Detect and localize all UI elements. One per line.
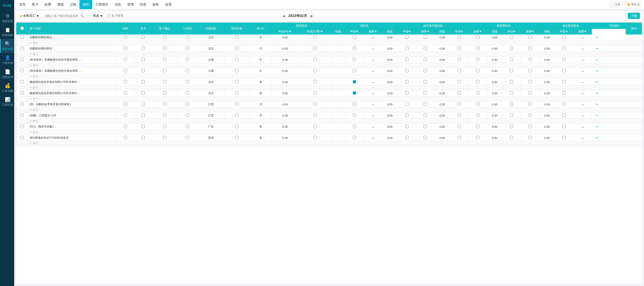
vat-apply-checkbox[interactable] xyxy=(353,47,356,50)
cell-edit[interactable]: ✏ xyxy=(592,46,602,52)
th-city-pay[interactable]: 缴费▼ xyxy=(416,29,435,34)
fin-check-checkbox[interactable] xyxy=(313,102,317,106)
search-input[interactable] xyxy=(45,14,80,18)
nav-service[interactable]: 服务 xyxy=(149,0,162,9)
chaoshui-checkbox[interactable] xyxy=(124,91,127,95)
cell-check[interactable] xyxy=(16,46,28,52)
edu-apply-checkbox[interactable] xyxy=(458,35,461,39)
cell-check[interactable] xyxy=(16,135,28,141)
cell-check[interactable] xyxy=(16,79,28,85)
chaoshui-checkbox[interactable] xyxy=(124,47,127,50)
nav-message[interactable]: 消息 xyxy=(111,0,124,9)
city-apply-checkbox[interactable] xyxy=(405,136,408,139)
city-apply-checkbox[interactable] xyxy=(405,80,408,83)
stamp-apply-checkbox[interactable] xyxy=(562,80,565,83)
cell-edit[interactable]: ✏ xyxy=(592,124,602,130)
edu-pay-checkbox[interactable] xyxy=(476,91,479,95)
local-edu-pay-checkbox[interactable] xyxy=(529,114,532,117)
qingka-checkbox[interactable] xyxy=(142,80,145,83)
confirm-checkbox[interactable] xyxy=(163,47,166,50)
select-all-checkbox[interactable] xyxy=(21,27,24,30)
fullscreen-btn[interactable]: ⛶ 全屏 xyxy=(609,2,623,7)
qingka-checkbox[interactable] xyxy=(142,114,145,117)
qingka-checkbox[interactable] xyxy=(142,136,145,139)
download-button[interactable]: 下载 xyxy=(628,13,640,19)
confirm-checkbox[interactable] xyxy=(163,114,166,117)
nav-operation[interactable]: 经营 xyxy=(137,0,149,9)
device-checkbox[interactable] xyxy=(235,125,239,128)
edu-apply-checkbox[interactable] xyxy=(458,136,461,139)
chaoshui-checkbox[interactable] xyxy=(124,35,127,39)
fin-check-checkbox[interactable] xyxy=(313,47,317,50)
edu-pay-checkbox[interactable] xyxy=(476,47,479,50)
chaoshui-checkbox[interactable] xyxy=(124,102,127,106)
paid-checkbox[interactable] xyxy=(186,136,189,139)
edit-icon[interactable]: ✏ xyxy=(596,91,598,95)
device-checkbox[interactable] xyxy=(235,35,239,39)
label-checkbox[interactable] xyxy=(107,14,110,17)
paid-checkbox[interactable] xyxy=(186,58,189,61)
local-edu-apply-checkbox[interactable] xyxy=(510,125,513,128)
cell-edit[interactable]: ✏ xyxy=(592,57,602,63)
row-checkbox[interactable] xyxy=(21,136,24,139)
edu-pay-checkbox[interactable] xyxy=(476,114,479,117)
city-pay-checkbox[interactable] xyxy=(424,47,427,50)
local-edu-apply-checkbox[interactable] xyxy=(510,58,513,61)
edu-apply-checkbox[interactable] xyxy=(458,47,461,50)
cell-edit[interactable]: ✏ xyxy=(592,135,602,141)
row-checkbox[interactable] xyxy=(21,114,24,117)
sidebar-item-baoshuishezhi[interactable]: ⚙ 报税设置 xyxy=(0,11,14,25)
fin-check-checkbox[interactable] xyxy=(313,69,317,72)
cell-check[interactable] xyxy=(16,124,28,130)
local-edu-pay-checkbox[interactable] xyxy=(529,91,532,95)
cell-check[interactable] xyxy=(16,34,28,41)
chaoshui-checkbox[interactable] xyxy=(124,125,127,128)
city-pay-checkbox[interactable] xyxy=(424,114,427,117)
device-checkbox[interactable] xyxy=(235,91,239,95)
cell-edit[interactable]: ✏ xyxy=(592,79,602,85)
qingka-checkbox[interactable] xyxy=(142,35,145,39)
paid-checkbox[interactable] xyxy=(186,114,189,117)
device-checkbox[interactable] xyxy=(235,136,239,139)
th-edu-pay[interactable]: 缴费▼ xyxy=(469,29,487,34)
edu-pay-checkbox[interactable] xyxy=(476,125,479,128)
edit-icon[interactable]: ✏ xyxy=(596,136,598,140)
label-chip[interactable]: 名下标客 xyxy=(107,14,124,18)
nav-bookkeeping[interactable]: 记账 xyxy=(67,0,80,9)
nav-home[interactable]: 首页 xyxy=(16,0,29,9)
confirm-checkbox[interactable] xyxy=(163,125,166,128)
fin-check-checkbox[interactable] xyxy=(313,136,317,139)
edu-pay-checkbox[interactable] xyxy=(476,136,479,139)
row-checkbox[interactable] xyxy=(21,91,24,95)
edu-apply-checkbox[interactable] xyxy=(458,114,461,117)
nav-fee[interactable]: 收费 xyxy=(42,0,54,9)
th-local-edu-pay[interactable]: 缴费▼ xyxy=(521,29,539,34)
local-edu-pay-checkbox[interactable] xyxy=(529,35,532,39)
sidebar-item-baoshuijilu[interactable]: 📄 报税记录 xyxy=(0,67,14,81)
city-apply-checkbox[interactable] xyxy=(405,35,408,39)
stamp-apply-checkbox[interactable] xyxy=(562,125,565,128)
confirm-checkbox[interactable] xyxy=(163,58,166,61)
th-edu-apply[interactable]: 申报▼ xyxy=(450,29,468,34)
edu-pay-checkbox[interactable] xyxy=(476,58,479,61)
row-checkbox[interactable] xyxy=(21,102,24,106)
local-edu-apply-checkbox[interactable] xyxy=(510,35,513,39)
stamp-apply-checkbox[interactable] xyxy=(562,69,565,72)
sidebar-item-piliangshuibao[interactable]: 📋 批量报税 xyxy=(0,25,14,39)
row-checkbox[interactable] xyxy=(21,47,24,50)
nav-customer[interactable]: 客户 xyxy=(29,0,42,9)
stamp-apply-checkbox[interactable] xyxy=(562,35,565,39)
city-pay-checkbox[interactable] xyxy=(424,102,427,106)
th-checkbox[interactable] xyxy=(16,23,28,34)
confirm-checkbox[interactable] xyxy=(163,102,166,106)
edit-icon[interactable]: ✏ xyxy=(596,58,598,62)
chaoshui-checkbox[interactable] xyxy=(124,69,127,72)
sidebar-item-geshuishenba[interactable]: 👤 个税申报 xyxy=(0,53,14,67)
row-checkbox[interactable] xyxy=(21,125,24,128)
vat-apply-checkbox[interactable] xyxy=(353,80,356,83)
row-checkbox[interactable] xyxy=(21,69,24,72)
table-container[interactable]: 客户名称 抄税 清卡 客户确认 已完税 所属地区 税控设备 收入C 财报报表 增… xyxy=(16,23,642,284)
fin-check-checkbox[interactable] xyxy=(313,91,317,95)
device-checkbox[interactable] xyxy=(235,80,239,83)
city-apply-checkbox[interactable] xyxy=(405,58,408,61)
